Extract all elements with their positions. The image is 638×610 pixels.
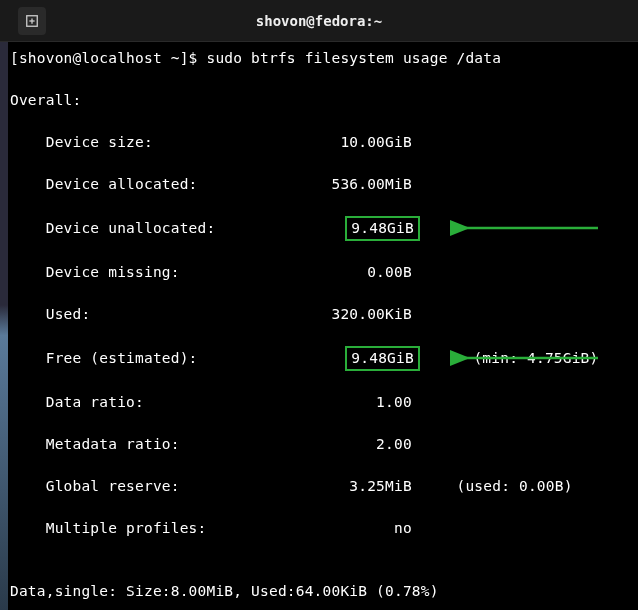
annotation-arrow <box>450 350 600 366</box>
overall-row: Device missing: 0.00B <box>10 262 630 283</box>
highlighted-value: 9.48GiB <box>345 346 420 371</box>
overall-row: Free (estimated): 9.48GiB (min: 4.75GiB) <box>10 346 630 371</box>
overall-header: Overall: <box>10 90 630 111</box>
desktop-edge <box>0 0 8 610</box>
terminal-content[interactable]: [shovon@localhost ~]$ sudo btrfs filesys… <box>0 42 638 610</box>
prompt-line: [shovon@localhost ~]$ sudo btrfs filesys… <box>10 48 630 69</box>
overall-row: Multiple profiles: no <box>10 518 630 539</box>
overall-row: Metadata ratio: 2.00 <box>10 434 630 455</box>
window-title: shovon@fedora:~ <box>256 13 382 29</box>
new-tab-button[interactable] <box>18 7 46 35</box>
overall-row: Device unallocated: 9.48GiB <box>10 216 630 241</box>
overall-row: Used: 320.00KiB <box>10 304 630 325</box>
overall-row: Device size: 10.00GiB <box>10 132 630 153</box>
overall-row: Global reserve: 3.25MiB (used: 0.00B) <box>10 476 630 497</box>
new-tab-icon <box>25 14 39 28</box>
overall-row: Device allocated: 536.00MiB <box>10 174 630 195</box>
highlighted-value: 9.48GiB <box>345 216 420 241</box>
annotation-arrow <box>450 220 600 236</box>
overall-row: Data ratio: 1.00 <box>10 392 630 413</box>
section-header: Data,single: Size:8.00MiB, Used:64.00KiB… <box>10 581 630 602</box>
window-titlebar: shovon@fedora:~ <box>0 0 638 42</box>
